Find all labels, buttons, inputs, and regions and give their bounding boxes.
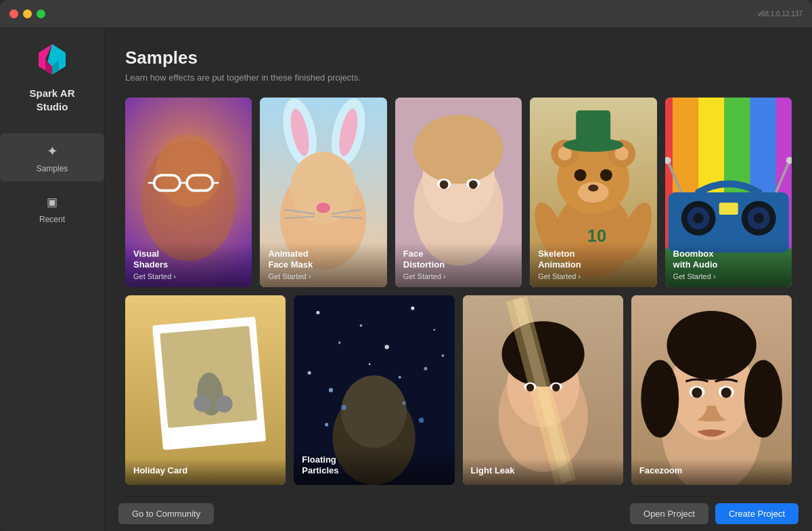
card-face-distortion-overlay: FaceDistortion Get Started › bbox=[395, 242, 522, 288]
card-boombox-audio-overlay: Boomboxwith Audio Get Started › bbox=[665, 242, 792, 288]
svg-point-86 bbox=[424, 367, 428, 370]
card-animated-face-mask-overlay: AnimatedFace Mask Get Started › bbox=[260, 242, 386, 288]
card-animated-face-mask[interactable]: AnimatedFace Mask Get Started › bbox=[260, 98, 386, 287]
svg-point-104 bbox=[551, 383, 559, 391]
svg-point-78 bbox=[360, 324, 363, 327]
card-visual-shaders-title: VisualShaders bbox=[133, 249, 244, 271]
svg-point-40 bbox=[574, 169, 587, 182]
title-bar: v68.1.0.12.137 bbox=[0, 0, 812, 27]
svg-point-64 bbox=[753, 213, 763, 224]
samples-row-1: VisualShaders Get Started › bbox=[125, 98, 792, 287]
sidebar-item-recent[interactable]: ▣ Recent bbox=[0, 184, 104, 232]
samples-icon: ✦ bbox=[43, 142, 62, 161]
card-holiday-card[interactable]: Holiday Card bbox=[125, 295, 286, 485]
card-floating-particles-overlay: FloatingParticles bbox=[294, 448, 454, 486]
card-face-distortion-cta[interactable]: Get Started › bbox=[403, 272, 514, 280]
card-skeleton-animation[interactable]: 10 SkeletonAnimation Get Started › bbox=[530, 98, 656, 287]
bottom-bar: Go to Community Open Project Create Proj… bbox=[105, 496, 812, 531]
card-skeleton-animation-overlay: SkeletonAnimation Get Started › bbox=[530, 242, 656, 288]
card-holiday-card-title: Holiday Card bbox=[133, 465, 277, 476]
sidebar-recent-label: Recent bbox=[39, 215, 65, 224]
card-facezoom[interactable]: Facezoom bbox=[631, 295, 792, 485]
svg-rect-45 bbox=[576, 110, 610, 146]
svg-rect-65 bbox=[719, 203, 738, 215]
card-boombox-audio-cta[interactable]: Get Started › bbox=[673, 272, 784, 280]
svg-point-31 bbox=[439, 180, 448, 189]
sidebar: Spark AR Studio ✦ Samples ▣ Recent bbox=[0, 27, 105, 531]
svg-point-110 bbox=[744, 360, 782, 438]
svg-point-32 bbox=[469, 180, 478, 189]
svg-point-92 bbox=[403, 402, 406, 405]
main-area: Samples Learn how effects are put togeth… bbox=[105, 27, 812, 531]
card-face-distortion-title: FaceDistortion bbox=[403, 249, 514, 271]
app-logo bbox=[32, 41, 72, 81]
svg-point-88 bbox=[399, 376, 401, 379]
card-visual-shaders-cta[interactable]: Get Started › bbox=[133, 272, 244, 280]
svg-point-43 bbox=[588, 185, 598, 192]
card-light-leak-overlay: Light Leak bbox=[463, 459, 623, 485]
app-name-label: Spark AR Studio bbox=[30, 87, 75, 113]
version-label: v68.1.0.12.137 bbox=[758, 10, 803, 18]
card-floating-particles[interactable]: FloatingParticles bbox=[294, 295, 454, 485]
samples-grid-wrapper: VisualShaders Get Started › bbox=[125, 98, 792, 485]
svg-point-24 bbox=[317, 203, 330, 213]
svg-point-79 bbox=[411, 307, 415, 310]
card-facezoom-title: Facezoom bbox=[639, 465, 784, 476]
card-visual-shaders-overlay: VisualShaders Get Started › bbox=[125, 242, 252, 288]
open-project-button[interactable]: Open Project bbox=[630, 503, 708, 524]
card-skeleton-animation-cta[interactable]: Get Started › bbox=[538, 272, 648, 280]
svg-point-113 bbox=[692, 387, 702, 398]
svg-point-93 bbox=[325, 423, 328, 426]
sidebar-nav: ✦ Samples ▣ Recent bbox=[0, 133, 104, 232]
logo-container: Spark AR Studio bbox=[30, 41, 75, 113]
card-holiday-card-overlay: Holiday Card bbox=[125, 459, 286, 485]
svg-point-7 bbox=[156, 135, 221, 207]
svg-point-103 bbox=[526, 383, 533, 391]
page-title: Samples bbox=[125, 47, 792, 68]
svg-point-108 bbox=[667, 311, 756, 380]
bottom-right-buttons: Open Project Create Project bbox=[630, 503, 798, 524]
svg-point-19 bbox=[291, 152, 357, 224]
card-light-leak[interactable]: Light Leak bbox=[463, 295, 623, 485]
svg-point-84 bbox=[308, 371, 311, 375]
svg-point-41 bbox=[600, 169, 612, 182]
card-floating-particles-title: FloatingParticles bbox=[302, 454, 446, 477]
svg-point-80 bbox=[434, 329, 436, 331]
card-boombox-audio[interactable]: Boomboxwith Audio Get Started › bbox=[665, 98, 792, 287]
page-subtitle: Learn how effects are put together in th… bbox=[125, 72, 792, 83]
svg-point-61 bbox=[693, 213, 703, 224]
sidebar-item-samples[interactable]: ✦ Samples bbox=[0, 133, 104, 182]
minimize-button[interactable] bbox=[23, 9, 32, 18]
main-content: Samples Learn how effects are put togeth… bbox=[105, 27, 812, 496]
card-animated-face-mask-cta[interactable]: Get Started › bbox=[268, 272, 378, 280]
create-project-button[interactable]: Create Project bbox=[715, 503, 798, 524]
svg-point-114 bbox=[721, 387, 731, 398]
svg-point-77 bbox=[317, 311, 320, 314]
card-boombox-audio-title: Boomboxwith Audio bbox=[673, 249, 784, 271]
sidebar-bottom bbox=[0, 512, 104, 531]
svg-point-109 bbox=[641, 360, 679, 438]
card-facezoom-overlay: Facezoom bbox=[631, 459, 792, 485]
card-animated-face-mask-title: AnimatedFace Mask bbox=[268, 249, 378, 271]
go-to-community-button[interactable]: Go to Community bbox=[118, 503, 214, 524]
maximize-button[interactable] bbox=[37, 9, 45, 18]
card-light-leak-title: Light Leak bbox=[471, 465, 615, 476]
app-body: Spark AR Studio ✦ Samples ▣ Recent Sampl… bbox=[0, 27, 812, 531]
svg-point-28 bbox=[413, 114, 503, 184]
svg-point-82 bbox=[385, 345, 389, 349]
svg-point-94 bbox=[419, 418, 424, 423]
svg-point-83 bbox=[442, 354, 445, 357]
samples-row-2: Holiday Card bbox=[125, 295, 792, 485]
sidebar-samples-label: Samples bbox=[37, 164, 68, 173]
traffic-lights bbox=[9, 9, 45, 18]
recent-icon: ▣ bbox=[43, 192, 62, 211]
svg-point-91 bbox=[342, 405, 347, 410]
card-skeleton-animation-title: SkeletonAnimation bbox=[538, 249, 648, 271]
close-button[interactable] bbox=[9, 9, 18, 18]
card-visual-shaders[interactable]: VisualShaders Get Started › bbox=[125, 98, 252, 287]
card-face-distortion[interactable]: FaceDistortion Get Started › bbox=[395, 98, 522, 287]
svg-point-85 bbox=[369, 364, 371, 366]
svg-point-90 bbox=[342, 375, 407, 448]
svg-point-87 bbox=[329, 388, 333, 392]
svg-point-81 bbox=[338, 341, 341, 344]
